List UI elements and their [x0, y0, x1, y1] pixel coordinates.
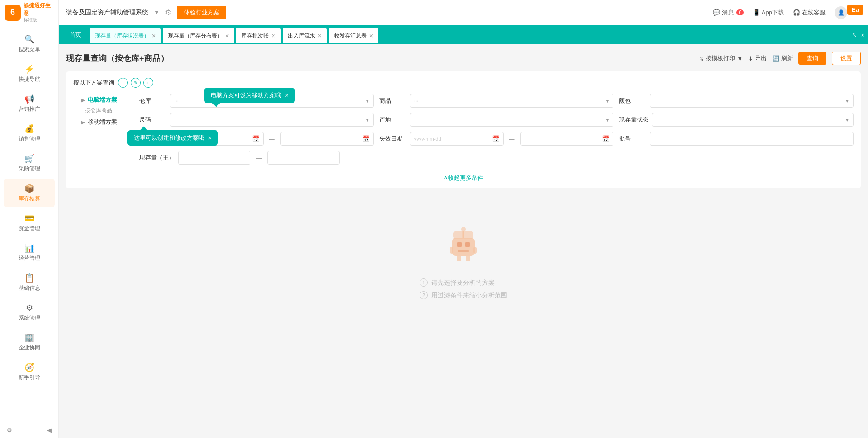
stock-status-dropdown[interactable]: ▼: [652, 113, 854, 127]
filter-label: 按以下方案查询: [73, 79, 114, 87]
chevron-down-icon: ▼: [365, 118, 370, 122]
tab-receive-send[interactable]: 收发存汇总表 ×: [329, 28, 378, 43]
batch-no-input[interactable]: [650, 132, 854, 146]
filter-field-size: 尺码 ▼: [139, 113, 374, 127]
reset-button[interactable]: 设置: [832, 52, 861, 65]
collapse-icon[interactable]: ◀: [47, 427, 52, 433]
step-2-text: 用过滤条件来缩小分析范围: [431, 289, 507, 301]
expire-date-from[interactable]: yyyy-mm-dd 📅: [410, 132, 504, 146]
collapse-label: 收起更多条件: [448, 174, 483, 182]
sidebar-item-label: 基础信息: [19, 284, 40, 292]
sidebar-item-label: 资金管理: [19, 225, 40, 232]
production-date-to[interactable]: 📅: [280, 132, 374, 146]
settings-icon[interactable]: ⚙: [7, 427, 12, 433]
tab-close-icon[interactable]: ×: [152, 32, 156, 39]
tab-close-icon[interactable]: ×: [318, 32, 321, 39]
step-number-2: 2: [420, 291, 428, 299]
add-scheme-btn[interactable]: +: [118, 78, 128, 88]
sidebar-item-basic[interactable]: 📋 基础信息: [4, 268, 55, 297]
scheme-sub-item[interactable]: 按仓库商品: [78, 107, 126, 114]
tab-close-icon[interactable]: ×: [271, 32, 275, 39]
tab-close-icon[interactable]: ×: [225, 32, 229, 39]
sidebar-item-purchase[interactable]: 🛒 采购管理: [4, 149, 55, 177]
scheme-item-mobile[interactable]: ▶ 移动端方案: [78, 116, 126, 128]
sidebar-item-marketing[interactable]: 📢 营销推广: [4, 89, 55, 118]
system-name: 装备及固定资产辅助管理系统: [66, 9, 148, 17]
sidebar-item-label: 营销推广: [19, 105, 40, 113]
refresh-btn[interactable]: 🔄 刷新: [772, 54, 793, 62]
create-scheme-tooltip: 这里可以创建和修改方案哦 ×: [127, 130, 218, 146]
origin-dropdown[interactable]: ▼: [410, 113, 614, 127]
phone-icon: 📱: [753, 9, 760, 16]
tab-inventory-status[interactable]: 现存量（库存状况表） ×: [90, 28, 161, 43]
expire-date-to[interactable]: 📅: [520, 132, 614, 146]
color-dropdown[interactable]: ▼: [650, 94, 854, 108]
sidebar-item-operation[interactable]: 📊 经营管理: [4, 239, 55, 267]
scheme-item-desktop[interactable]: ▶ 电脑端方案: [78, 94, 126, 106]
tab-batch-account[interactable]: 库存批次账 ×: [236, 28, 280, 43]
color-label: 颜色: [619, 97, 646, 105]
svg-point-10: [461, 227, 466, 231]
purchase-icon: 🛒: [24, 154, 34, 164]
dropdown-icon[interactable]: ▼: [154, 9, 160, 16]
calendar-icon[interactable]: 📅: [252, 135, 259, 142]
stock-qty-label: 现存量（主）: [139, 154, 175, 162]
tab-close-icon[interactable]: ×: [369, 32, 373, 39]
trial-button[interactable]: 体验行业方案: [177, 6, 226, 19]
chevron-down-icon: ▼: [605, 99, 609, 104]
tab-label: 库存批次账: [241, 32, 269, 40]
export-label: 导出: [755, 54, 767, 62]
tab-label: 现存量（库存分布表）: [168, 32, 222, 40]
calendar-icon[interactable]: 📅: [492, 135, 500, 142]
stock-qty-from[interactable]: [178, 151, 250, 165]
create-tooltip-close[interactable]: ×: [208, 134, 212, 141]
product-dropdown[interactable]: ··· ▼: [410, 94, 614, 108]
message-btn[interactable]: 💬 消息 6: [713, 9, 744, 17]
online-support-btn[interactable]: 🎧 在线客服: [793, 9, 826, 17]
size-dropdown[interactable]: ▼: [170, 113, 374, 127]
back-scheme-btn[interactable]: ←: [143, 78, 153, 88]
sidebar-item-quick-nav[interactable]: ⚡ 快捷导航: [4, 60, 55, 88]
filter-fields: 仓库 ··· ▼ 商品 ··· ▼: [132, 94, 854, 170]
sidebar-item-guide[interactable]: 🧭 新手引导: [4, 358, 55, 386]
sidebar-item-finance[interactable]: 💳 资金管理: [4, 209, 55, 237]
print-btn[interactable]: 🖨 按模板打印 ▼: [698, 54, 743, 62]
collapse-filter-btn[interactable]: ∧ 收起更多条件: [73, 170, 854, 182]
product-label: 商品: [379, 97, 406, 105]
tab-in-out-flow[interactable]: 出入库流水 ×: [283, 28, 327, 43]
headset-icon: 🎧: [793, 9, 800, 16]
logo-text: 畅捷通好生意 标准版: [24, 2, 54, 24]
export-btn[interactable]: ⬇ 导出: [748, 54, 767, 62]
filter-field-product: 商品 ··· ▼: [379, 94, 614, 108]
tab-close-all-icon[interactable]: ×: [861, 32, 864, 38]
tab-home[interactable]: 首页: [62, 25, 89, 44]
filter-field-expire-date: 失效日期 yyyy-mm-dd 📅 — 📅: [379, 132, 614, 146]
tab-inventory-dist[interactable]: 现存量（库存分布表） ×: [163, 28, 234, 43]
settings-btn[interactable]: ⚙: [165, 8, 171, 17]
scheme-name-tooltip-close[interactable]: ×: [285, 92, 288, 99]
app-download-btn[interactable]: 📱 App下载: [753, 9, 784, 17]
sidebar-nav: 🔍 搜索菜单 ⚡ 快捷导航 📢 营销推广 💰 销售管理 🛒 采购管理 📦 库存核…: [0, 25, 58, 422]
main-content: 装备及固定资产辅助管理系统 ▼ ⚙ 体验行业方案 💬 消息 6 📱 App下载 …: [59, 0, 868, 438]
tab-maximize-icon[interactable]: ⤡: [852, 32, 857, 38]
sidebar-item-search[interactable]: 🔍 搜索菜单: [4, 30, 55, 58]
filter-header: 按以下方案查询 + ✎ ← 电脑方案可设为移动方案哦 ×: [73, 78, 854, 88]
sidebar-item-inventory[interactable]: 📦 库存核算: [4, 179, 55, 207]
calendar-icon[interactable]: 📅: [362, 135, 370, 142]
header-right: 💬 消息 6 📱 App下载 🎧 在线客服 👤 用户 Ea: [713, 6, 861, 19]
svg-rect-6: [457, 256, 461, 261]
sidebar-item-sales[interactable]: 💰 销售管理: [4, 119, 55, 147]
sidebar-item-system[interactable]: ⚙ 系统管理: [4, 298, 55, 326]
expire-date-label: 失效日期: [379, 135, 406, 143]
edit-scheme-btn[interactable]: ✎: [131, 78, 141, 88]
sidebar-item-label: 快捷导航: [19, 75, 40, 83]
calendar-icon[interactable]: 📅: [602, 135, 609, 142]
create-tooltip-text: 这里可以创建和修改方案哦: [134, 134, 204, 142]
logo-icon: 6: [5, 5, 21, 21]
stock-qty-to[interactable]: [267, 151, 340, 165]
search-button[interactable]: 查询: [798, 52, 826, 65]
sidebar-item-enterprise[interactable]: 🏢 企业协同: [4, 328, 55, 356]
svg-rect-5: [473, 247, 477, 254]
scheme-name-tooltip: 电脑方案可设为移动方案哦 ×: [204, 88, 295, 103]
guide-icon: 🧭: [24, 363, 34, 372]
